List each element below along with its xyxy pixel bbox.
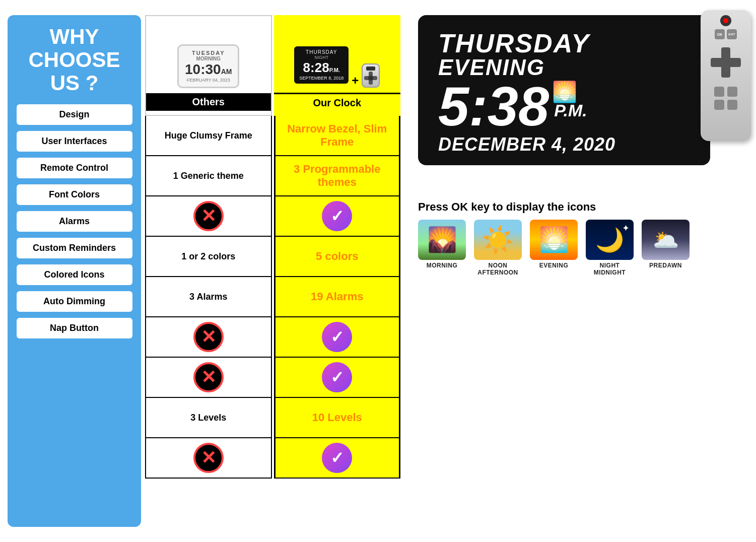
remote-mini-top [366,66,375,71]
others-remote-x: ✕ [193,201,224,231]
icon-item-morning: 🌄 ↑ MORNING [418,220,466,269]
ours-header: THURSDAY NIGHT 8:28P.M. SEPTEMBER 8, 201… [274,15,401,116]
icon-item-night: 🌙 ✦ NIGHT MIDNIGHT [586,220,634,276]
others-clock-sub: MORNING [185,56,232,61]
others-alarms: 3 Alarms [145,277,272,317]
ours-design: Narrow Bezel, Slim Frame [274,116,401,156]
ours-alarms: 19 Alarms [274,277,401,317]
remote-dpad-center-big [720,57,731,68]
ours-reminders: ✓ [274,317,401,358]
plus-sign: + [352,74,359,88]
icon-item-noon: ☀️ NOON AFTERNOON [474,220,522,276]
noon-icon: ☀️ [474,220,522,260]
others-nap-x: ✕ [193,443,224,473]
remote-power-btn [720,15,731,26]
ours-clock-time: 8:28P.M. [299,60,343,76]
feature-nap-button: Nap Button [17,318,132,338]
why-title: WHY CHOOSE US ? [28,25,120,95]
others-clock-time: 10:30AM [185,61,232,78]
clock-area: THURSDAY EVENING 5:38 🌅 P.M. DECEMBER 4,… [418,15,746,180]
others-clock-day: TUESDAY [185,50,232,56]
remote-ok-btn: OK [715,29,725,39]
big-clock-display: THURSDAY EVENING 5:38 🌅 P.M. DECEMBER 4,… [418,15,710,165]
big-clock-day: THURSDAY [438,30,690,56]
morning-label: MORNING [427,262,458,269]
remote-dpad-big [711,47,741,78]
icons-section-title: Press OK key to display the icons [418,200,746,214]
ours-nap: ✓ [274,438,401,479]
feature-user-interfaces: User Interfaces [17,131,132,152]
evening-label: EVENING [539,262,569,269]
remote-control-big: OK EXIT [701,10,751,141]
predawn-emoji: 🌥️ [653,228,679,252]
ours-clock-date: SEPTEMBER 8, 2018 [299,76,343,81]
others-dimming: 3 Levels [145,398,272,438]
remote-power-light [723,18,728,23]
ours-ui: 3 Programmable themes [274,156,401,196]
right-section: THURSDAY EVENING 5:38 🌅 P.M. DECEMBER 4,… [408,0,756,542]
remote-btn-3 [714,100,724,110]
sun-icon: 🌅 [552,82,587,102]
feature-font-colors: Font Colors [17,184,132,205]
icon-item-evening: 🌅 EVENING [530,220,578,269]
feature-remote-control: Remote Control [17,158,132,178]
ours-icons-check: ✓ [322,362,352,392]
others-remote: ✕ [145,196,272,237]
feature-auto-dimming: Auto Dimming [17,291,132,312]
icons-row: 🌄 ↑ MORNING ☀️ NOON AFTERNOON 🌅 EVENING [418,220,746,276]
predawn-label: PREDAWN [649,262,682,269]
big-clock-time-row: 5:38 🌅 P.M. [438,79,690,134]
big-clock-ampm: P.M. [554,102,587,119]
ours-dimming: 10 Levels [274,398,401,438]
night-emoji: 🌙 [595,226,624,253]
others-clock-preview: TUESDAY MORNING 10:30AM FEBRUARY 04, 202… [177,44,239,88]
ours-column: THURSDAY NIGHT 8:28P.M. SEPTEMBER 8, 201… [274,15,401,527]
morning-icon: 🌄 ↑ [418,220,466,260]
data-columns: TUESDAY MORNING 10:30AM FEBRUARY 04, 202… [145,15,400,527]
big-clock-time: 5:38 [438,79,549,134]
remote-mini-dpad [364,72,377,85]
ours-header-label: Our Clock [274,93,401,112]
night-icon: 🌙 ✦ [586,220,634,260]
ours-nap-check: ✓ [322,443,352,473]
remote-btn-4 [727,100,737,110]
others-reminders-x: ✕ [193,322,224,352]
noon-emoji: ☀️ [482,225,514,255]
ours-icons: ✓ [274,358,401,398]
ours-remote-check: ✓ [322,201,352,231]
feature-design: Design [17,104,132,125]
remote-bottom-btns-2 [714,100,737,110]
others-design: Huge Clumsy Frame [145,116,272,156]
evening-emoji: 🌅 [539,226,569,254]
others-icons: ✕ [145,358,272,398]
others-clock-date: FEBRUARY 04, 2023 [185,78,232,83]
ours-remote: ✓ [274,196,401,237]
ours-reminders-check: ✓ [322,322,352,352]
predawn-icon: 🌥️ [642,220,690,260]
feature-alarms: Alarms [17,211,132,232]
others-nap: ✕ [145,438,272,479]
ours-font: 5 colors [274,237,401,277]
ours-clock-day: THURSDAY [299,49,343,55]
comparison-section: WHY CHOOSE US ? Design User Interfaces R… [0,0,408,542]
remote-exit-btn: EXIT [727,29,737,39]
remote-mini [362,63,380,88]
ours-clock-sub: NIGHT [299,55,343,60]
morning-arrow: ↑ [440,245,445,257]
others-column: TUESDAY MORNING 10:30AM FEBRUARY 04, 202… [145,15,272,527]
ours-clock-preview: THURSDAY NIGHT 8:28P.M. SEPTEMBER 8, 201… [289,37,385,93]
icon-item-predawn: 🌥️ PREDAWN [642,220,690,269]
others-header: TUESDAY MORNING 10:30AM FEBRUARY 04, 202… [145,15,272,116]
others-reminders: ✕ [145,317,272,358]
remote-btn-2 [727,87,737,97]
remote-top-btns: OK EXIT [715,29,737,39]
big-clock-date: DECEMBER 4, 2020 [438,134,690,155]
feature-custom-reminders: Custom Reminders [17,238,132,258]
night-label: NIGHT MIDNIGHT [594,262,626,276]
big-clock-suffix-sun: 🌅 P.M. [552,82,587,125]
feature-colored-icons: Colored Icons [17,264,132,285]
others-header-label: Others [146,93,271,111]
others-font: 1 or 2 colors [145,237,272,277]
night-star: ✦ [622,223,630,234]
evening-icon: 🌅 [530,220,578,260]
